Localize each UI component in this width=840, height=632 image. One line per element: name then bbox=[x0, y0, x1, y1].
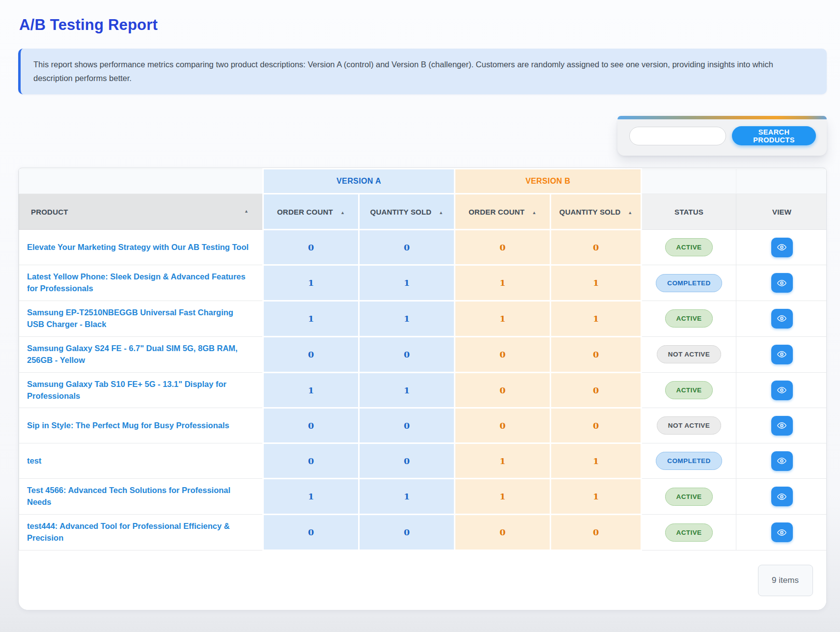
version-a-group-header: VERSION A bbox=[263, 169, 455, 194]
product-cell: Elevate Your Marketing Strategy with Our… bbox=[19, 230, 263, 265]
version-a-order-count-cell: 0 bbox=[263, 336, 359, 372]
product-cell: test bbox=[19, 443, 263, 479]
version-b-quantity-sold-cell: 0 bbox=[551, 408, 642, 443]
status-cell: COMPLETED bbox=[642, 265, 736, 301]
product-link[interactable]: Samsung Galaxy Tab S10 FE+ 5G - 13.1" Di… bbox=[27, 380, 226, 400]
status-badge: ACTIVE bbox=[665, 488, 713, 506]
sort-ascending-icon[interactable]: ▲ bbox=[628, 210, 632, 215]
version-b-quantity-sold-cell: 1 bbox=[551, 301, 642, 336]
eye-icon bbox=[777, 527, 787, 538]
eye-icon bbox=[777, 420, 787, 431]
version-a-quantity-sold-cell: 0 bbox=[359, 515, 455, 550]
version-b-quantity-sold-cell: 0 bbox=[551, 230, 642, 265]
product-link[interactable]: test bbox=[27, 456, 41, 465]
version-a-quantity-sold-cell: 1 bbox=[359, 301, 455, 336]
version-b-order-count-cell: 1 bbox=[455, 265, 551, 301]
sort-ascending-icon[interactable]: ▲ bbox=[532, 210, 536, 215]
table-footer-row: 9 items bbox=[19, 550, 827, 610]
group-header-spacer bbox=[19, 169, 263, 194]
version-b-quantity-sold-cell: 1 bbox=[551, 479, 642, 515]
sort-ascending-icon[interactable]: ▲ bbox=[439, 210, 443, 215]
report-description-text: This report shows performance metrics co… bbox=[33, 58, 814, 85]
column-header-quantity-sold-a[interactable]: QUANTITY SOLD▲ bbox=[359, 194, 455, 230]
column-header-view: VIEW bbox=[736, 194, 827, 230]
product-link[interactable]: test444: Advanced Tool for Professional … bbox=[27, 522, 230, 542]
version-a-order-count-cell: 0 bbox=[263, 408, 359, 443]
status-badge: NOT ACTIVE bbox=[657, 345, 721, 363]
version-a-order-count-cell: 1 bbox=[263, 265, 359, 301]
product-cell: test444: Advanced Tool for Professional … bbox=[19, 515, 263, 550]
view-cell bbox=[736, 515, 827, 550]
product-link[interactable]: Elevate Your Marketing Strategy with Our… bbox=[27, 243, 249, 251]
status-cell: ACTIVE bbox=[642, 515, 736, 550]
view-button[interactable] bbox=[771, 381, 793, 400]
product-link[interactable]: Test 4566: Advanced Tech Solutions for P… bbox=[27, 486, 230, 506]
version-a-quantity-sold-cell: 1 bbox=[359, 372, 455, 408]
sort-ascending-icon[interactable]: ▲ bbox=[244, 209, 249, 214]
column-header-product[interactable]: PRODUCT ▲ bbox=[19, 194, 263, 230]
status-cell: COMPLETED bbox=[642, 443, 736, 479]
table-row: test 0 0 1 1 COMPLETED bbox=[19, 443, 827, 479]
version-a-quantity-sold-cell: 0 bbox=[359, 336, 455, 372]
view-cell bbox=[736, 230, 827, 265]
product-cell: Latest Yellow Phone: Sleek Design & Adva… bbox=[19, 265, 263, 301]
view-button[interactable] bbox=[771, 416, 793, 436]
table-footer: 9 items bbox=[19, 550, 827, 610]
table-row: Elevate Your Marketing Strategy with Our… bbox=[19, 230, 827, 265]
column-header-order-count-b[interactable]: ORDER COUNT▲ bbox=[455, 194, 551, 230]
search-input[interactable] bbox=[629, 127, 726, 145]
version-b-quantity-sold-cell: 0 bbox=[551, 515, 642, 550]
version-b-quantity-sold-cell: 1 bbox=[551, 443, 642, 479]
version-b-group-header: VERSION B bbox=[455, 169, 642, 194]
view-button[interactable] bbox=[771, 273, 793, 293]
column-header-order-count-a[interactable]: ORDER COUNT▲ bbox=[263, 194, 359, 230]
version-b-order-count-cell: 1 bbox=[455, 443, 551, 479]
column-header-quantity-sold-b[interactable]: QUANTITY SOLD▲ bbox=[551, 194, 642, 230]
view-button[interactable] bbox=[771, 451, 793, 471]
status-badge: ACTIVE bbox=[665, 309, 713, 328]
version-a-order-count-cell: 0 bbox=[263, 230, 359, 265]
sort-ascending-icon[interactable]: ▲ bbox=[340, 210, 345, 215]
view-button[interactable] bbox=[771, 238, 793, 257]
search-products-button[interactable]: SEARCH PRODUCTS bbox=[732, 126, 816, 145]
status-cell: ACTIVE bbox=[642, 372, 736, 408]
status-badge: COMPLETED bbox=[656, 274, 722, 292]
view-button[interactable] bbox=[771, 487, 793, 506]
table-row: Samsung EP-T2510NBEGGB Universal Fast Ch… bbox=[19, 301, 827, 336]
version-a-order-count-cell: 1 bbox=[263, 301, 359, 336]
search-card: SEARCH PRODUCTS bbox=[617, 116, 827, 156]
version-a-quantity-sold-cell: 1 bbox=[359, 265, 455, 301]
status-cell: ACTIVE bbox=[642, 301, 736, 336]
view-button[interactable] bbox=[771, 309, 793, 329]
product-link[interactable]: Sip in Style: The Perfect Mug for Busy P… bbox=[27, 421, 229, 430]
column-header-row: PRODUCT ▲ ORDER COUNT▲ QUANTITY SOLD▲ OR… bbox=[19, 194, 827, 230]
version-a-quantity-sold-cell: 0 bbox=[359, 230, 455, 265]
product-cell: Sip in Style: The Perfect Mug for Busy P… bbox=[19, 408, 263, 443]
product-link[interactable]: Samsung EP-T2510NBEGGB Universal Fast Ch… bbox=[27, 308, 233, 329]
product-cell: Samsung EP-T2510NBEGGB Universal Fast Ch… bbox=[19, 301, 263, 336]
version-b-order-count-cell: 0 bbox=[455, 515, 551, 550]
order-count-b-header-label: ORDER COUNT bbox=[469, 208, 525, 216]
view-cell bbox=[736, 301, 827, 336]
order-count-a-header-label: ORDER COUNT bbox=[277, 208, 333, 216]
eye-icon bbox=[777, 313, 787, 324]
product-link[interactable]: Samsung Galaxy S24 FE - 6.7" Dual SIM 5G… bbox=[27, 344, 238, 364]
quantity-sold-b-header-label: QUANTITY SOLD bbox=[560, 208, 621, 216]
quantity-sold-a-header-label: QUANTITY SOLD bbox=[370, 208, 432, 216]
version-a-order-count-cell: 0 bbox=[263, 443, 359, 479]
report-description-banner: This report shows performance metrics co… bbox=[18, 49, 827, 94]
status-header-label: STATUS bbox=[674, 208, 703, 216]
product-header-label: PRODUCT bbox=[31, 208, 68, 216]
version-b-order-count-cell: 0 bbox=[455, 408, 551, 443]
version-b-order-count-cell: 0 bbox=[455, 372, 551, 408]
product-link[interactable]: Latest Yellow Phone: Sleek Design & Adva… bbox=[27, 272, 246, 293]
product-cell: Test 4566: Advanced Tech Solutions for P… bbox=[19, 479, 263, 515]
view-button[interactable] bbox=[771, 345, 793, 364]
view-button[interactable] bbox=[771, 522, 793, 542]
view-cell bbox=[736, 443, 827, 479]
version-b-quantity-sold-cell: 1 bbox=[551, 265, 642, 301]
ab-testing-table: VERSION A VERSION B PRODUCT ▲ bbox=[19, 168, 827, 610]
table-row: test444: Advanced Tool for Professional … bbox=[19, 515, 827, 550]
eye-icon bbox=[777, 349, 787, 359]
view-cell bbox=[736, 408, 827, 443]
